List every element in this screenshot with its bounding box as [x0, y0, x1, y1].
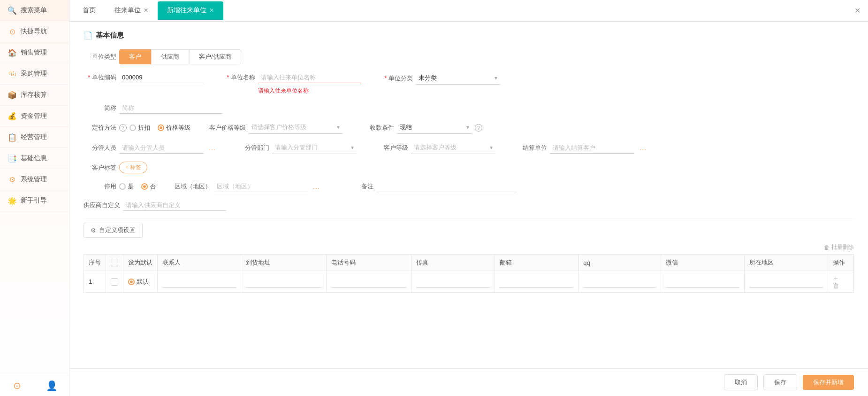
remarks-label: 备注: [341, 182, 373, 191]
bulk-delete-label[interactable]: 批量删除: [831, 243, 854, 251]
cancel-button[interactable]: 取消: [724, 374, 758, 390]
unit-code-label: 单位编码: [84, 73, 116, 82]
sidebar-item-search[interactable]: 🔍 搜索菜单: [0, 0, 69, 21]
wechat-input[interactable]: [666, 276, 739, 287]
sidebar-item-finance[interactable]: 💰 资金管理: [0, 106, 69, 127]
sidebar-item-inventory[interactable]: 📦 库存核算: [0, 85, 69, 106]
unit-category-select[interactable]: 未分类 ▾: [416, 72, 500, 85]
manager-more-btn[interactable]: …: [206, 144, 218, 152]
inventory-icon: 📦: [8, 90, 17, 100]
remarks-input[interactable]: [376, 181, 517, 192]
unit-name-input[interactable]: [258, 72, 361, 83]
manager-input[interactable]: [119, 142, 204, 154]
tab-home[interactable]: 首页: [73, 1, 105, 20]
qq-input[interactable]: [583, 276, 656, 287]
fax-input[interactable]: [416, 276, 490, 287]
row-add-btn[interactable]: ＋: [833, 274, 839, 281]
custom-settings-btn[interactable]: ⚙ 自定义项设置: [84, 223, 143, 238]
department-select[interactable]: 请输入分管部门 ▾: [272, 141, 357, 154]
region-input[interactable]: [214, 181, 308, 192]
customer-level-select[interactable]: 请选择客户等级 ▾: [411, 141, 495, 154]
unit-code-input[interactable]: [119, 72, 204, 83]
payment-terms-select[interactable]: 现结 ▾: [397, 121, 472, 134]
disable-no-label: 否: [150, 182, 156, 191]
abbreviation-input[interactable]: [119, 102, 222, 114]
section-title-basic: 📄 基本信息: [84, 31, 854, 40]
th-default: 设为默认: [123, 255, 158, 271]
sidebar-item-operations[interactable]: 📋 经营管理: [0, 127, 69, 148]
th-index: 序号: [84, 255, 106, 271]
tab-partners-close[interactable]: ✕: [144, 7, 148, 14]
sidebar-user-btn[interactable]: 👤: [35, 375, 69, 396]
search-icon: 🔍: [8, 6, 17, 15]
region-more-btn[interactable]: …: [311, 182, 322, 191]
unit-category-field: 单位分类 未分类 ▾: [380, 72, 500, 85]
sidebar-item-quicknav[interactable]: ⊙ 快捷导航: [0, 21, 69, 42]
tab-new-partner-close[interactable]: ✕: [209, 7, 214, 14]
unit-type-supplier-btn[interactable]: 供应商: [151, 49, 189, 64]
header-checkbox[interactable]: [111, 259, 118, 266]
disable-radio-no[interactable]: 否: [141, 182, 156, 191]
manager-label: 分管人员: [84, 144, 116, 152]
td-phone: [326, 271, 411, 293]
address-input[interactable]: [246, 276, 321, 287]
tab-partners[interactable]: 往来单位 ✕: [105, 1, 158, 20]
sales-icon: 🏠: [8, 48, 17, 57]
code-name-category-row: 单位编码 单位名称 请输入往来单位名称 单位分类 未分类 ▾: [84, 72, 854, 95]
manager-row: 分管人员 … 分管部门 请输入分管部门 ▾ 客户等级 请选择客户等级 ▾: [84, 141, 854, 154]
tab-bar-close-all[interactable]: ✕: [851, 6, 864, 15]
unit-type-customer-btn[interactable]: 客户: [119, 49, 151, 64]
pricing-radio-discount[interactable]: 折扣: [129, 124, 150, 132]
phone-input[interactable]: [331, 276, 407, 287]
pricing-method-help[interactable]: ?: [119, 124, 127, 132]
row-checkbox[interactable]: [111, 278, 118, 286]
th-checkbox: [106, 255, 123, 271]
sidebar-home-btn[interactable]: ⊙: [0, 375, 35, 396]
add-tag-btn[interactable]: + 标签: [119, 162, 147, 173]
sidebar: 🔍 搜索菜单 ⊙ 快捷导航 🏠 销售管理 🛍 采购管理 📦 库存核算 💰 资金管…: [0, 0, 69, 396]
tab-new-partner[interactable]: 新增往来单位 ✕: [158, 1, 223, 20]
unit-type-both-btn[interactable]: 客户/供应商: [189, 49, 241, 64]
customer-level-field: 客户等级 请选择客户等级 ▾: [375, 141, 495, 154]
supplier-custom-field: 供应商自定义: [84, 200, 226, 211]
sidebar-item-newbie[interactable]: 🌟 新手引导: [0, 190, 69, 211]
sidebar-item-system[interactable]: ⚙ 系统管理: [0, 169, 69, 190]
contact-input[interactable]: [162, 276, 236, 287]
th-email: 邮箱: [495, 255, 579, 271]
sidebar-item-basic[interactable]: 📑 基础信息: [0, 148, 69, 169]
system-icon: ⚙: [8, 175, 17, 184]
remarks-field: 备注: [341, 181, 517, 192]
quicknav-icon: ⊙: [8, 27, 17, 36]
row-region-input[interactable]: [749, 276, 823, 287]
email-input[interactable]: [500, 276, 573, 287]
sidebar-item-sales[interactable]: 🏠 销售管理: [0, 42, 69, 63]
sidebar-item-purchase[interactable]: 🛍 采购管理: [0, 63, 69, 85]
section-icon: 📄: [84, 31, 93, 40]
td-address: [241, 271, 326, 293]
save-new-button[interactable]: 保存并新增: [803, 375, 854, 390]
pricing-method-label: 定价方法: [84, 124, 116, 132]
td-index: 1: [84, 271, 106, 293]
customer-price-level-select[interactable]: 请选择客户价格等级 ▾: [249, 121, 343, 134]
disable-radio-yes[interactable]: 是: [119, 182, 134, 191]
pricing-level-label: 价格等级: [166, 124, 190, 132]
basic-icon: 📑: [8, 154, 17, 163]
payment-terms-help[interactable]: ?: [475, 124, 482, 132]
default-radio[interactable]: 默认: [128, 278, 152, 286]
bulk-delete-icon: 🗑: [824, 244, 830, 251]
th-address: 到货地址: [241, 255, 326, 271]
settlement-unit-input[interactable]: [550, 142, 634, 154]
abbreviation-field: 简称: [84, 102, 222, 114]
td-contact: [158, 271, 241, 293]
pricing-radio-level[interactable]: 价格等级: [158, 124, 190, 132]
default-radio-circle: [128, 279, 135, 285]
customer-tag-row: 客户标签 + 标签: [84, 162, 854, 173]
settlement-more-btn[interactable]: …: [637, 144, 648, 152]
settlement-unit-field: 结算单位 …: [514, 142, 648, 154]
supplier-custom-input[interactable]: [123, 200, 226, 211]
unit-name-error: 请输入往来单位名称: [258, 87, 309, 95]
save-button[interactable]: 保存: [763, 374, 797, 390]
row-delete-btn[interactable]: 🗑: [833, 282, 839, 289]
unit-category-label: 单位分类: [380, 74, 413, 83]
abbreviation-row: 简称: [84, 102, 854, 114]
